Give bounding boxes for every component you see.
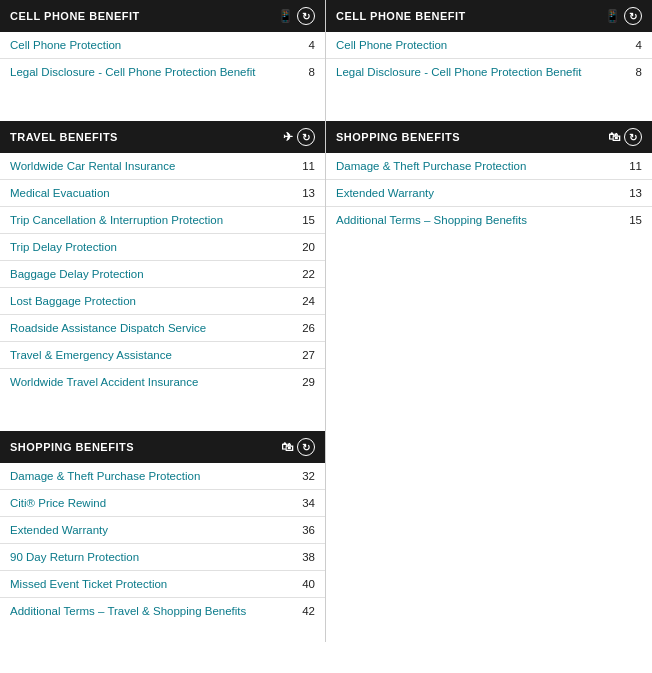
row-label: Roadside Assistance Dispatch Service — [10, 322, 295, 334]
spacer — [0, 103, 325, 121]
header-icons-left-travel: ✈ ↻ — [283, 128, 316, 146]
row-label: Cell Phone Protection — [10, 39, 295, 51]
section-shopping-right: SHOPPING BENEFITS 🛍 ↻ Damage & Theft Pur… — [326, 121, 652, 233]
row-page: 8 — [622, 66, 642, 78]
row-label: Missed Event Ticket Protection — [10, 578, 295, 590]
row-label: Medical Evacuation — [10, 187, 295, 199]
table-row: 90 Day Return Protection 38 — [0, 544, 325, 571]
header-icons-right-cell: 📱 ↻ — [605, 7, 643, 25]
table-row: Missed Event Ticket Protection 40 — [0, 571, 325, 598]
row-page: 38 — [295, 551, 315, 563]
table-row: Cell Phone Protection 4 — [326, 32, 652, 59]
bag-icon-left: 🛍 — [281, 440, 294, 454]
main-columns: CELL PHONE BENEFIT 📱 ↻ Cell Phone Protec… — [0, 0, 652, 642]
left-column: CELL PHONE BENEFIT 📱 ↻ Cell Phone Protec… — [0, 0, 326, 642]
table-row: Lost Baggage Protection 24 — [0, 288, 325, 315]
row-label: Damage & Theft Purchase Protection — [10, 470, 295, 482]
table-row: Citi® Price Rewind 34 — [0, 490, 325, 517]
row-page: 42 — [295, 605, 315, 617]
row-page: 4 — [295, 39, 315, 51]
row-label: 90 Day Return Protection — [10, 551, 295, 563]
row-label: Damage & Theft Purchase Protection — [336, 160, 622, 172]
row-page: 4 — [622, 39, 642, 51]
circle-icon-left-cell: ↻ — [297, 7, 315, 25]
table-row: Extended Warranty 36 — [0, 517, 325, 544]
row-label: Additional Terms – Shopping Benefits — [336, 214, 622, 226]
row-page: 27 — [295, 349, 315, 361]
section-title-cell-phone-right: CELL PHONE BENEFIT — [336, 10, 466, 22]
section-header-shopping-left: SHOPPING BENEFITS 🛍 ↻ — [0, 431, 325, 463]
section-cell-phone-left: CELL PHONE BENEFIT 📱 ↻ Cell Phone Protec… — [0, 0, 325, 85]
table-row: Cell Phone Protection 4 — [0, 32, 325, 59]
row-label: Citi® Price Rewind — [10, 497, 295, 509]
section-header-cell-phone-right: CELL PHONE BENEFIT 📱 ↻ — [326, 0, 652, 32]
table-row: Extended Warranty 13 — [326, 180, 652, 207]
circle-icon-right-shopping: ↻ — [624, 128, 642, 146]
bag-icon-right: 🛍 — [608, 130, 621, 144]
row-label: Worldwide Car Rental Insurance — [10, 160, 295, 172]
row-label: Legal Disclosure - Cell Phone Protection… — [336, 66, 622, 78]
row-label: Additional Terms – Travel & Shopping Ben… — [10, 605, 295, 617]
circle-icon-right-cell: ↻ — [624, 7, 642, 25]
section-shopping-left: SHOPPING BENEFITS 🛍 ↻ Damage & Theft Pur… — [0, 431, 325, 624]
row-page: 24 — [295, 295, 315, 307]
row-label: Baggage Delay Protection — [10, 268, 295, 280]
row-page: 34 — [295, 497, 315, 509]
table-row: Roadside Assistance Dispatch Service 26 — [0, 315, 325, 342]
phone-icon-left: 📱 — [278, 9, 294, 23]
table-row: Legal Disclosure - Cell Phone Protection… — [0, 59, 325, 85]
row-page: 32 — [295, 470, 315, 482]
section-title-travel-left: TRAVEL BENEFITS — [10, 131, 118, 143]
section-header-cell-phone-left: CELL PHONE BENEFIT 📱 ↻ — [0, 0, 325, 32]
table-row: Worldwide Car Rental Insurance 11 — [0, 153, 325, 180]
circle-icon-left-travel: ↻ — [297, 128, 315, 146]
row-page: 36 — [295, 524, 315, 536]
table-row: Additional Terms – Travel & Shopping Ben… — [0, 598, 325, 624]
circle-icon-left-shopping: ↻ — [297, 438, 315, 456]
row-page: 26 — [295, 322, 315, 334]
row-label: Trip Delay Protection — [10, 241, 295, 253]
row-page: 29 — [295, 376, 315, 388]
row-page: 11 — [622, 160, 642, 172]
row-label: Extended Warranty — [336, 187, 622, 199]
table-row: Travel & Emergency Assistance 27 — [0, 342, 325, 369]
row-page: 20 — [295, 241, 315, 253]
header-icons-left-cell: 📱 ↻ — [278, 7, 316, 25]
section-travel-left: TRAVEL BENEFITS ✈ ↻ Worldwide Car Rental… — [0, 121, 325, 395]
table-row: Worldwide Travel Accident Insurance 29 — [0, 369, 325, 395]
row-label: Worldwide Travel Accident Insurance — [10, 376, 295, 388]
table-row: Additional Terms – Shopping Benefits 15 — [326, 207, 652, 233]
row-label: Extended Warranty — [10, 524, 295, 536]
row-page: 40 — [295, 578, 315, 590]
row-page: 15 — [622, 214, 642, 226]
section-header-travel-left: TRAVEL BENEFITS ✈ ↻ — [0, 121, 325, 153]
spacer — [0, 413, 325, 431]
spacer — [326, 103, 652, 121]
row-page: 22 — [295, 268, 315, 280]
header-icons-left-shopping: 🛍 ↻ — [281, 438, 316, 456]
row-page: 11 — [295, 160, 315, 172]
row-label: Legal Disclosure - Cell Phone Protection… — [10, 66, 295, 78]
header-icons-right-shopping: 🛍 ↻ — [608, 128, 643, 146]
row-label: Trip Cancellation & Interruption Protect… — [10, 214, 295, 226]
plane-icon-left: ✈ — [283, 130, 294, 144]
table-row: Legal Disclosure - Cell Phone Protection… — [326, 59, 652, 85]
section-title-shopping-right: SHOPPING BENEFITS — [336, 131, 460, 143]
table-row: Baggage Delay Protection 22 — [0, 261, 325, 288]
row-page: 15 — [295, 214, 315, 226]
section-cell-phone-right: CELL PHONE BENEFIT 📱 ↻ Cell Phone Protec… — [326, 0, 652, 85]
table-row: Damage & Theft Purchase Protection 32 — [0, 463, 325, 490]
row-page: 13 — [295, 187, 315, 199]
section-title-cell-phone-left: CELL PHONE BENEFIT — [10, 10, 140, 22]
section-header-shopping-right: SHOPPING BENEFITS 🛍 ↻ — [326, 121, 652, 153]
row-label: Cell Phone Protection — [336, 39, 622, 51]
row-label: Travel & Emergency Assistance — [10, 349, 295, 361]
table-row: Medical Evacuation 13 — [0, 180, 325, 207]
table-row: Damage & Theft Purchase Protection 11 — [326, 153, 652, 180]
table-row: Trip Cancellation & Interruption Protect… — [0, 207, 325, 234]
section-title-shopping-left: SHOPPING BENEFITS — [10, 441, 134, 453]
phone-icon-right: 📱 — [605, 9, 621, 23]
row-label: Lost Baggage Protection — [10, 295, 295, 307]
row-page: 8 — [295, 66, 315, 78]
right-column: CELL PHONE BENEFIT 📱 ↻ Cell Phone Protec… — [326, 0, 652, 642]
